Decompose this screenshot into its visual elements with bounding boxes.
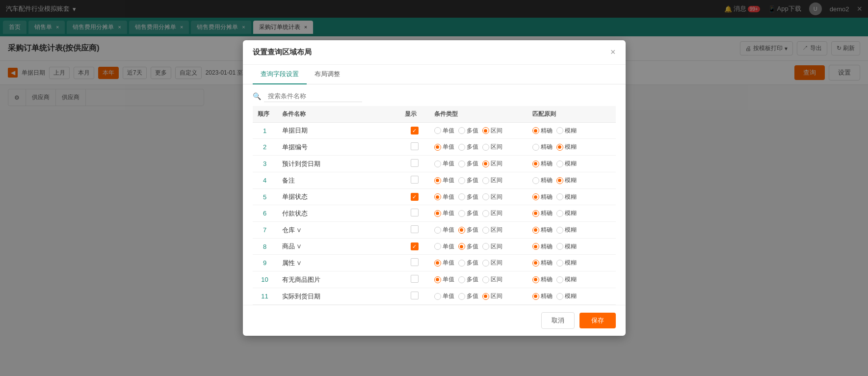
tab-query-fields[interactable]: 查询字段设置 (253, 65, 307, 84)
modal-overlay: 设置查询区域布局 × 查询字段设置 布局调整 🔍 顺序 条件名称 显示 条件类型 (0, 0, 868, 110)
modal-header: 设置查询区域布局 × (243, 40, 626, 65)
th-type: 条件类型 (429, 106, 527, 110)
th-order: 顺序 (253, 106, 277, 110)
modal-tabs: 查询字段设置 布局调整 (243, 65, 626, 84)
tab-layout-adjust[interactable]: 布局调整 (307, 65, 348, 84)
modal-dialog: 设置查询区域布局 × 查询字段设置 布局调整 🔍 顺序 条件名称 显示 条件类型 (243, 40, 626, 110)
modal-search-area: 🔍 (243, 84, 626, 106)
th-name: 条件名称 (277, 106, 400, 110)
modal-title: 设置查询区域布局 (253, 48, 312, 57)
search-icon: 🔍 (253, 92, 261, 100)
th-match: 匹配原则 (527, 106, 616, 110)
settings-table-container: 顺序 条件名称 显示 条件类型 匹配原则 1单据日期单值多值区间精确模糊2单据编… (243, 106, 626, 110)
modal-close-button[interactable]: × (610, 47, 616, 57)
table-header-row: 顺序 条件名称 显示 条件类型 匹配原则 (253, 106, 616, 110)
search-input[interactable] (264, 90, 362, 102)
th-show: 显示 (400, 106, 429, 110)
settings-table: 顺序 条件名称 显示 条件类型 匹配原则 1单据日期单值多值区间精确模糊2单据编… (253, 106, 616, 110)
